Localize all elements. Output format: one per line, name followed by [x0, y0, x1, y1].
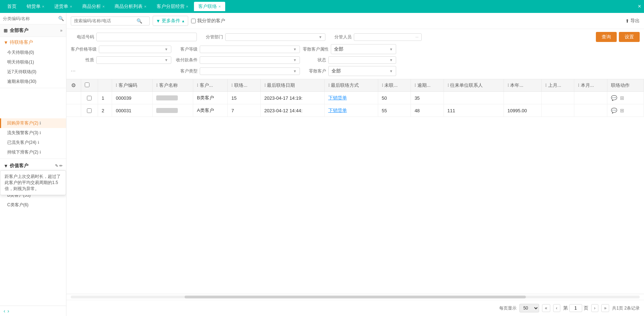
- window-close-button[interactable]: ×: [638, 3, 641, 10]
- row1-method-link[interactable]: 下销货单: [328, 95, 347, 100]
- row2-checkbox[interactable]: [81, 104, 98, 117]
- close-analysis-tab[interactable]: ×: [102, 4, 105, 9]
- retail-select[interactable]: 全部 ▼: [328, 66, 396, 76]
- sidebar-item-c-class[interactable]: C类客户(6): [0, 200, 66, 210]
- close-customer-segment-tab[interactable]: ×: [186, 4, 188, 9]
- sidebar-item-overdue[interactable]: 逾期未联络(30): [0, 77, 66, 86]
- sidebar-group-value[interactable]: ▼ 价值客户 ✎ ✏: [0, 160, 66, 171]
- filter-dots-btn[interactable]: ···: [71, 68, 75, 74]
- col-unit-contact[interactable]: ⁝ 往来单位联系人: [444, 79, 504, 92]
- all-customers-header[interactable]: ⊞ 全部客户 »: [0, 24, 66, 37]
- sidebar-group-waiting[interactable]: ▼ 待联络客户: [0, 37, 66, 48]
- select-all-checkbox[interactable]: [85, 82, 89, 87]
- tab-analysis[interactable]: 商品分析 ×: [78, 2, 109, 11]
- person-select[interactable]: ···: [354, 33, 422, 41]
- page-number-input[interactable]: [569, 304, 582, 312]
- next-page-btn[interactable]: ›: [591, 304, 598, 312]
- page-info: 第 页: [563, 304, 588, 312]
- sidebar-prev-arrow[interactable]: ‹: [4, 308, 5, 314]
- row2-method[interactable]: 下销货单: [324, 104, 378, 117]
- row1-method[interactable]: 下销货单: [324, 92, 378, 104]
- export-button[interactable]: ⬆ 导出: [625, 18, 640, 24]
- sidebar-item-tomorrow[interactable]: 明天待联络(1): [0, 57, 66, 67]
- row2-this-month: [574, 104, 607, 117]
- search-input[interactable]: [74, 18, 135, 23]
- first-page-btn[interactable]: «: [542, 304, 550, 312]
- retail-attr-select[interactable]: 全部 ▼: [331, 44, 396, 54]
- col-overdue[interactable]: ⁝ 逾期...: [411, 79, 444, 92]
- person-label: 分管人员: [328, 34, 352, 40]
- tab-customer-contact[interactable]: 客户联络 ×: [194, 2, 225, 11]
- filter-field-phone: 电话号码: [71, 33, 197, 41]
- close-customer-contact-tab[interactable]: ×: [218, 4, 221, 9]
- sidebar-item-today[interactable]: 今天待联络(0): [0, 48, 66, 57]
- tab-purchase[interactable]: 进货单 ×: [50, 2, 76, 11]
- row2-qr-icon[interactable]: ⊞: [620, 108, 624, 113]
- sidebar-search-input[interactable]: [3, 16, 57, 21]
- col-last-contact-date[interactable]: ⁝ 最后联络日期: [260, 79, 324, 92]
- prev-page-btn[interactable]: ‹: [553, 304, 560, 312]
- horizontal-scrollbar-area[interactable]: [66, 294, 644, 300]
- customer-type-select[interactable]: ▼: [200, 67, 300, 75]
- status-select[interactable]: ▼: [328, 56, 396, 64]
- row1-checkbox[interactable]: [81, 92, 98, 104]
- row2-checkbox-input[interactable]: [87, 108, 92, 113]
- filter-search-icon[interactable]: 🔍: [136, 18, 142, 24]
- last-page-btn[interactable]: »: [601, 304, 610, 312]
- sidebar-collapse-btn[interactable]: »: [60, 28, 62, 33]
- row2-method-link[interactable]: 下销货单: [328, 108, 347, 113]
- tab-analysis-list[interactable]: 商品分析列表 ×: [110, 2, 150, 11]
- table-settings-gear[interactable]: ⚙: [71, 82, 76, 88]
- retail-attr-arrow: ▼: [389, 47, 393, 51]
- retail-label: 零散客户: [303, 68, 326, 74]
- sidebar-item-declining[interactable]: 持续下滑客户(2) ℹ: [0, 147, 66, 157]
- col-settings[interactable]: ⚙: [66, 79, 81, 92]
- payment-select[interactable]: ▼: [200, 56, 300, 64]
- col-last-contact-method[interactable]: ⁝ 最后联络方式: [324, 79, 378, 92]
- sidebar-next-arrow[interactable]: ›: [8, 308, 9, 314]
- per-page-select[interactable]: 50 100 200: [519, 304, 539, 312]
- price-level-select[interactable]: ▼: [99, 46, 171, 53]
- close-analysis-list-tab[interactable]: ×: [144, 4, 146, 9]
- col-this-month[interactable]: ⁝ 本月...: [574, 79, 607, 92]
- col-checkbox[interactable]: [81, 79, 98, 92]
- col-unread[interactable]: ⁝ 未联...: [378, 79, 411, 92]
- customer-level-select[interactable]: ▼: [200, 46, 300, 53]
- col-this-year[interactable]: ⁝ 本年...: [504, 79, 541, 92]
- col-customer-type[interactable]: ⁝ 客户...: [193, 79, 228, 92]
- row1-message-icon[interactable]: 💬: [611, 95, 617, 101]
- my-customers-checkbox[interactable]: [191, 19, 196, 23]
- nature-select[interactable]: ▼: [96, 56, 171, 64]
- edit-icon[interactable]: ✎ ✏: [55, 164, 62, 168]
- col-contact[interactable]: ⁝ 联络...: [228, 79, 260, 92]
- sidebar-item-churned[interactable]: 已流失客户(24) ℹ: [0, 138, 66, 147]
- row1-checkbox-input[interactable]: [87, 96, 92, 100]
- scrollbar-thumb[interactable]: [185, 296, 526, 298]
- tab-customer-segment[interactable]: 客户分层经营 ×: [152, 2, 193, 11]
- search-input-wrapper[interactable]: 🔍: [71, 16, 150, 25]
- sidebar-divider-2: [0, 159, 66, 159]
- close-purchase-tab[interactable]: ×: [70, 4, 72, 9]
- col-customer-name[interactable]: ⁝ 客户名称: [153, 79, 193, 92]
- tab-sales[interactable]: 销货单 ×: [22, 2, 48, 11]
- sidebar-item-churn-warning[interactable]: 流失预警客户(3) ℹ: [0, 128, 66, 138]
- sidebar-item-7days[interactable]: 近7天待联络(0): [0, 67, 66, 77]
- tab-home[interactable]: 首页: [3, 2, 21, 11]
- table-row: 2 000031 A类客户 7 2023-04-12 14:44: 下销货单 5…: [66, 104, 644, 117]
- row2-index: 2: [98, 104, 112, 117]
- query-button[interactable]: 查询: [596, 32, 617, 42]
- phone-input[interactable]: [96, 33, 197, 41]
- close-sales-tab[interactable]: ×: [42, 4, 44, 9]
- sidebar-search-icon[interactable]: 🔍: [58, 16, 64, 21]
- my-customers-filter[interactable]: 我分管的客户: [191, 18, 225, 24]
- sidebar-item-repurchase-abnormal[interactable]: 回购异常客户(2) ℹ: [0, 118, 66, 128]
- col-customer-code[interactable]: ⁝ 客户编码: [112, 79, 153, 92]
- row1-qr-icon[interactable]: ⊞: [620, 95, 624, 101]
- settings-button[interactable]: 设置: [619, 32, 640, 42]
- dept-label: 分管部门: [200, 34, 223, 40]
- row2-message-icon[interactable]: 💬: [611, 108, 617, 113]
- col-last-month[interactable]: ⁝ 上月...: [541, 79, 574, 92]
- dept-select[interactable]: ▼: [225, 33, 325, 41]
- col-sort-name: ⁝ 客户名称: [156, 82, 178, 89]
- more-conditions-btn[interactable]: ▼ 更多条件 ▲: [153, 16, 188, 26]
